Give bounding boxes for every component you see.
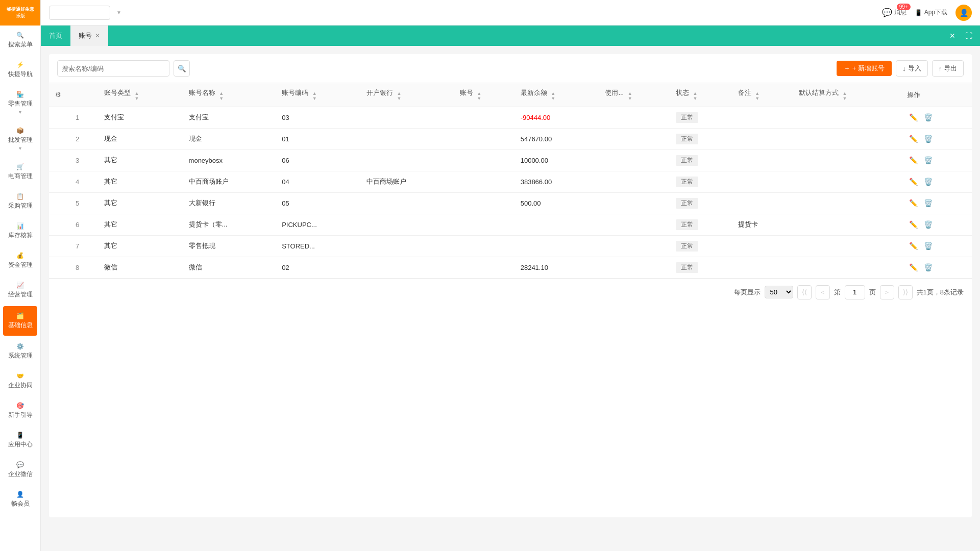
sidebar-item-quick-nav[interactable]: ⚡ 快捷导航 <box>0 55 40 85</box>
sidebar-item-enterprise[interactable]: 🤝 企业协同 <box>0 366 40 396</box>
cell-name: 支付宝 <box>183 107 276 128</box>
delete-button[interactable]: 🗑️ <box>922 262 935 272</box>
sidebar-item-basic-info[interactable]: 🗂️ 基础信息 <box>3 306 37 336</box>
sidebar-item-guide[interactable]: 🎯 新手引导 <box>0 396 40 425</box>
col-remark[interactable]: 备注 ▲▼ <box>732 83 793 107</box>
sidebar-item-app-center[interactable]: 📱 应用中心 <box>0 425 40 455</box>
delete-button[interactable]: 🗑️ <box>922 134 935 144</box>
sidebar-item-purchase[interactable]: 📋 采购管理 <box>0 187 40 216</box>
col-bank[interactable]: 开户银行 ▲▼ <box>360 83 454 107</box>
cell-actions: ✏️ 🗑️ <box>901 257 972 278</box>
last-page-button[interactable]: ⟩⟩ <box>898 285 913 299</box>
cell-default-settle <box>793 235 901 257</box>
col-status-label: 状态 <box>676 89 689 96</box>
sidebar-label: 系统管理 <box>8 352 33 360</box>
cell-status: 正常 <box>670 128 732 149</box>
delete-button[interactable]: 🗑️ <box>922 219 935 230</box>
col-default-settle-label: 默认结算方式 <box>799 89 839 96</box>
dropdown-arrow-icon[interactable]: ▼ <box>116 10 121 15</box>
col-usage[interactable]: 使用... ▲▼ <box>599 83 670 107</box>
basic-info-icon: 🗂️ <box>16 312 24 319</box>
tab-close-button[interactable]: ✕ <box>95 33 100 39</box>
col-account-name[interactable]: 账号名称 ▲▼ <box>183 83 276 107</box>
delete-button[interactable]: 🗑️ <box>922 112 935 122</box>
cell-status: 正常 <box>670 257 732 278</box>
tab-close-all-button[interactable]: ✕ <box>945 29 960 43</box>
col-account-no[interactable]: 账号 ▲▼ <box>454 83 514 107</box>
sidebar-item-search-menu[interactable]: 🔍 搜索菜单 <box>0 26 40 55</box>
edit-button[interactable]: ✏️ <box>907 262 920 272</box>
sidebar-item-retail[interactable]: 🏪 零售管理 ▼ <box>0 85 40 121</box>
cell-bank <box>360 149 454 171</box>
sidebar-label: 畅会员 <box>11 499 30 508</box>
page-number-input[interactable] <box>845 285 865 299</box>
delete-button[interactable]: 🗑️ <box>922 241 935 251</box>
sort-arrows-balance: ▲▼ <box>551 91 555 102</box>
cell-type: 其它 <box>98 235 183 257</box>
header-left: ▼ <box>49 6 121 20</box>
search-button[interactable]: 🔍 <box>174 60 190 77</box>
tab-home[interactable]: 首页 <box>41 26 70 46</box>
next-page-button[interactable]: ＞ <box>880 285 894 299</box>
delete-button[interactable]: 🗑️ <box>922 155 935 165</box>
sidebar-item-finance[interactable]: 💰 资金管理 <box>0 246 40 276</box>
sidebar-item-wholesale[interactable]: 📦 批发管理 ▼ <box>0 121 40 157</box>
per-page-select[interactable]: 50 20 100 <box>765 286 793 298</box>
import-button[interactable]: ↓ 导入 <box>896 60 928 77</box>
edit-button[interactable]: ✏️ <box>907 219 920 230</box>
business-icon: 📈 <box>16 282 24 289</box>
cell-usage <box>599 149 670 171</box>
col-account-code[interactable]: 账号编码 ▲▼ <box>276 83 360 107</box>
col-default-settle[interactable]: 默认结算方式 ▲▼ <box>793 83 901 107</box>
delete-button[interactable]: 🗑️ <box>922 198 935 208</box>
sidebar-item-business[interactable]: 📈 经营管理 <box>0 276 40 305</box>
cell-status: 正常 <box>670 149 732 171</box>
sidebar-label: 基础信息 <box>8 321 33 330</box>
cell-type: 其它 <box>98 171 183 192</box>
first-page-button[interactable]: ⟨⟨ <box>797 285 812 299</box>
sidebar-item-system[interactable]: ⚙️ 系统管理 <box>0 337 40 366</box>
sidebar-item-member[interactable]: 👤 畅会员 <box>0 485 40 514</box>
messages-button[interactable]: 💬 消息 99+ <box>882 8 906 17</box>
pagination: 每页显示 50 20 100 ⟨⟨ ＜ 第 页 ＞ ⟩⟩ 共1页，8条记录 <box>49 279 972 306</box>
edit-button[interactable]: ✏️ <box>907 134 920 144</box>
page-prefix-label: 第 <box>834 288 841 297</box>
tab-account[interactable]: 账号 ✕ <box>70 26 108 46</box>
sort-arrows-type: ▲▼ <box>135 91 139 102</box>
sidebar-item-inventory[interactable]: 📊 库存核算 <box>0 216 40 246</box>
add-account-button[interactable]: ＋ + 新增账号 <box>837 61 892 76</box>
search-input[interactable] <box>57 60 169 77</box>
cell-settings <box>49 149 69 171</box>
cell-balance: 28241.10 <box>514 257 599 278</box>
edit-button[interactable]: ✏️ <box>907 177 920 187</box>
app-download-button[interactable]: 📱 App下载 <box>915 8 947 17</box>
avatar[interactable]: 👤 <box>955 5 972 21</box>
col-balance[interactable]: 最新余额 ▲▼ <box>514 83 599 107</box>
cell-bank <box>360 235 454 257</box>
col-status[interactable]: 状态 ▲▼ <box>670 83 732 107</box>
col-bank-label: 开户银行 <box>366 89 393 96</box>
cell-remark <box>732 235 793 257</box>
top-search-input[interactable] <box>49 6 110 20</box>
edit-button[interactable]: ✏️ <box>907 155 920 165</box>
phone-icon: 📱 <box>915 9 922 16</box>
edit-button[interactable]: ✏️ <box>907 198 920 208</box>
cell-code: 03 <box>276 107 360 128</box>
cell-balance: 500.00 <box>514 192 599 214</box>
cell-account-no <box>454 171 514 192</box>
col-account-type[interactable]: 账号类型 ▲▼ <box>98 83 183 107</box>
per-page-label: 每页显示 <box>734 288 761 297</box>
cell-remark <box>732 107 793 128</box>
export-button[interactable]: ↑ 导出 <box>932 60 964 77</box>
cell-account-no <box>454 214 514 235</box>
sidebar-item-wechat[interactable]: 💬 企业微信 <box>0 455 40 485</box>
edit-button[interactable]: ✏️ <box>907 112 920 122</box>
settings-icon[interactable]: ⚙ <box>55 91 61 98</box>
edit-button[interactable]: ✏️ <box>907 241 920 251</box>
sidebar-item-ecommerce[interactable]: 🛒 电商管理 <box>0 157 40 187</box>
cell-bank <box>360 214 454 235</box>
delete-button[interactable]: 🗑️ <box>922 177 935 187</box>
finance-icon: 💰 <box>16 252 24 259</box>
tab-expand-button[interactable]: ⛶ <box>962 29 976 43</box>
prev-page-button[interactable]: ＜ <box>816 285 830 299</box>
